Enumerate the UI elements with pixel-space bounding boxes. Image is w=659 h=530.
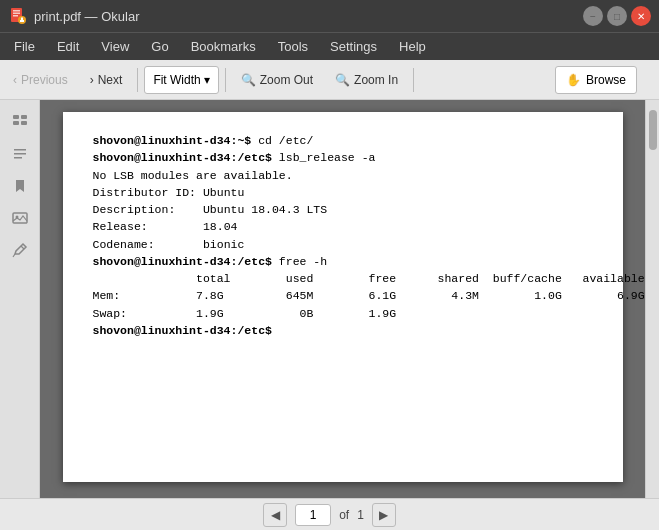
sidebar-annotations-icon[interactable] [6, 236, 34, 264]
app-icon [8, 6, 28, 26]
svg-rect-6 [20, 20, 24, 22]
line-1: shovon@linuxhint-d34:~$ cd /etc/ [93, 132, 593, 149]
menu-go[interactable]: Go [141, 36, 178, 57]
svg-rect-8 [21, 115, 27, 119]
svg-rect-1 [13, 10, 20, 12]
prev-page-button[interactable]: ◀ [263, 503, 287, 527]
menu-view[interactable]: View [91, 36, 139, 57]
prev-label: Previous [21, 73, 68, 87]
line-9: total used free shared buff/cache availa… [93, 270, 593, 287]
menu-file[interactable]: File [4, 36, 45, 57]
menu-edit[interactable]: Edit [47, 36, 89, 57]
svg-rect-3 [13, 15, 18, 17]
document-area: shovon@linuxhint-d34:~$ cd /etc/ shovon@… [40, 100, 645, 498]
line-10: Mem: 7.8G 645M 6.1G 4.3M 1.0G 6.9G [93, 287, 593, 304]
left-sidebar [0, 100, 40, 498]
page-of-label: of [339, 508, 349, 522]
sidebar-toc-icon[interactable] [6, 140, 34, 168]
scrollbar-thumb[interactable] [649, 110, 657, 150]
browse-button[interactable]: ✋ Browse [555, 66, 637, 94]
svg-rect-7 [13, 115, 19, 119]
titlebar-controls: − □ ✕ [583, 6, 651, 26]
chevron-left-icon: ‹ [13, 73, 17, 87]
next-label: Next [98, 73, 123, 87]
sidebar-bookmarks-icon[interactable] [6, 172, 34, 200]
titlebar-title: print.pdf — Okular [34, 9, 140, 24]
menu-settings[interactable]: Settings [320, 36, 387, 57]
line-7: Codename: bionic [93, 236, 593, 253]
zoom-out-button[interactable]: 🔍 Zoom Out [232, 65, 322, 95]
menu-help[interactable]: Help [389, 36, 436, 57]
svg-line-17 [13, 254, 15, 257]
menu-tools[interactable]: Tools [268, 36, 318, 57]
line-11: Swap: 1.9G 0B 1.9G [93, 305, 593, 322]
total-pages: 1 [357, 508, 364, 522]
close-button[interactable]: ✕ [631, 6, 651, 26]
main-area: shovon@linuxhint-d34:~$ cd /etc/ shovon@… [0, 100, 659, 498]
titlebar: print.pdf — Okular − □ ✕ [0, 0, 659, 32]
page-number-input[interactable] [295, 504, 331, 526]
zoom-out-icon: 🔍 [241, 73, 256, 87]
separator-1 [137, 68, 138, 92]
prev-button[interactable]: ‹ Previous [4, 65, 77, 95]
zoom-in-label: Zoom In [354, 73, 398, 87]
chevron-down-icon: ▾ [204, 73, 210, 87]
sidebar-thumbnails-icon[interactable] [6, 108, 34, 136]
separator-2 [225, 68, 226, 92]
svg-rect-2 [13, 13, 20, 15]
document-page: shovon@linuxhint-d34:~$ cd /etc/ shovon@… [63, 112, 623, 482]
zoom-out-label: Zoom Out [260, 73, 313, 87]
line-5: Description: Ubuntu 18.04.3 LTS [93, 201, 593, 218]
line-12: shovon@linuxhint-d34:/etc$ [93, 322, 593, 339]
pagination: ◀ of 1 ▶ [0, 498, 659, 530]
zoom-label: Fit Width [153, 73, 200, 87]
svg-rect-9 [13, 121, 19, 125]
line-3: No LSB modules are available. [93, 167, 593, 184]
chevron-right-icon: › [90, 73, 94, 87]
zoom-select[interactable]: Fit Width ▾ [144, 66, 218, 94]
titlebar-left: print.pdf — Okular [8, 6, 140, 26]
maximize-button[interactable]: □ [607, 6, 627, 26]
svg-rect-11 [14, 149, 26, 151]
zoom-in-icon: 🔍 [335, 73, 350, 87]
svg-rect-13 [14, 157, 22, 159]
scrollbar[interactable] [645, 100, 659, 498]
hand-icon: ✋ [566, 73, 581, 87]
menubar: File Edit View Go Bookmarks Tools Settin… [0, 32, 659, 60]
next-button[interactable]: › Next [81, 65, 132, 95]
line-8: shovon@linuxhint-d34:/etc$ free -h [93, 253, 593, 270]
next-page-icon: ▶ [379, 508, 388, 522]
line-2: shovon@linuxhint-d34:/etc$ lsb_release -… [93, 149, 593, 166]
line-4: Distributor ID: Ubuntu [93, 184, 593, 201]
toolbar: ‹ Previous › Next Fit Width ▾ 🔍 Zoom Out… [0, 60, 659, 100]
zoom-in-button[interactable]: 🔍 Zoom In [326, 65, 407, 95]
next-page-button[interactable]: ▶ [372, 503, 396, 527]
prev-page-icon: ◀ [271, 508, 280, 522]
browse-label: Browse [586, 73, 626, 87]
minimize-button[interactable]: − [583, 6, 603, 26]
sidebar-images-icon[interactable] [6, 204, 34, 232]
svg-line-16 [21, 246, 24, 249]
menu-bookmarks[interactable]: Bookmarks [181, 36, 266, 57]
line-6: Release: 18.04 [93, 218, 593, 235]
separator-3 [413, 68, 414, 92]
svg-rect-10 [21, 121, 27, 125]
svg-rect-12 [14, 153, 26, 155]
